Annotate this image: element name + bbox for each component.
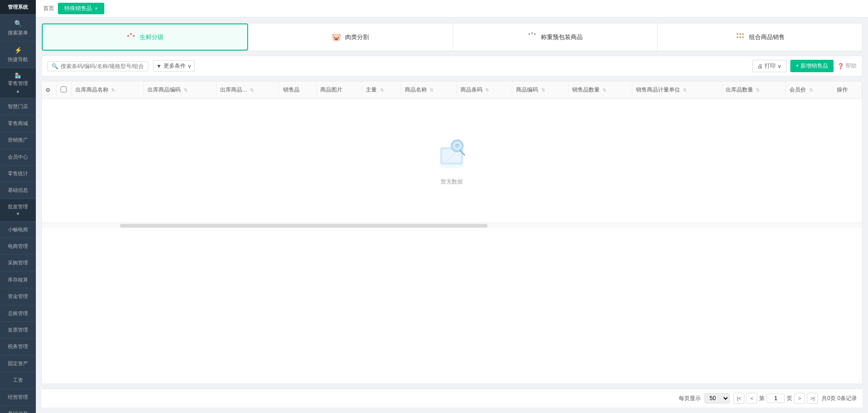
main-area: 首页 特殊销售品 × 生鲜分级 🐷 肉类分割	[36, 0, 868, 413]
last-page-button[interactable]: >|	[807, 393, 818, 404]
col-out-name[interactable]: 出库商品名称 ⇅	[71, 81, 144, 99]
horizontal-scrollbar[interactable]	[42, 223, 862, 228]
cat-tab-fresh-label: 生鲜分级	[140, 33, 164, 41]
sidebar-item-label: 小畅电商	[8, 226, 28, 233]
filter-button[interactable]: ▼ 更多条件 ∨	[153, 60, 195, 72]
tab-close-icon[interactable]: ×	[95, 6, 98, 12]
cat-tab-combo[interactable]: 组合商品销售	[658, 23, 862, 51]
col-image[interactable]: 商品图片	[316, 81, 362, 99]
cat-tab-fresh[interactable]: 生鲜分级	[42, 23, 248, 51]
sidebar-item-promo[interactable]: 营销推广	[0, 132, 36, 149]
sidebar-item-invoice[interactable]: 发票管理	[0, 322, 36, 338]
cat-tab-meat[interactable]: 🐷 肉类分割	[248, 23, 453, 51]
search-box[interactable]: 🔍	[47, 61, 148, 71]
sidebar-item-label: 总账管理	[8, 310, 28, 317]
sidebar-item-label: 采购管理	[8, 259, 28, 266]
col-goods-code[interactable]: 商品编码 ⇅	[512, 81, 568, 99]
sidebar-item-asset[interactable]: 固定资产	[0, 356, 36, 372]
svg-point-6	[737, 33, 738, 35]
sidebar-item-stat[interactable]: 零售统计	[0, 166, 36, 182]
active-tab[interactable]: 特殊销售品 ×	[58, 3, 104, 14]
sidebar-item-search[interactable]: 🔍 搜索菜单	[0, 15, 36, 41]
col-out-code[interactable]: 出库商品编码 ⇅	[144, 81, 216, 99]
prev-page-button[interactable]: <	[746, 393, 757, 404]
home-link[interactable]: 首页	[43, 5, 54, 12]
sidebar-item-biz[interactable]: 经营管理	[0, 389, 36, 406]
sidebar-item-label: 库存核算	[8, 276, 28, 283]
sidebar-item-general[interactable]: 总账管理	[0, 305, 36, 322]
page-label-after: 页	[787, 395, 792, 402]
per-page-select[interactable]: 50 100 200	[704, 393, 730, 403]
table-body: 暂无数据	[42, 99, 862, 223]
sidebar-item-small[interactable]: 小畅电商	[0, 222, 36, 238]
weigh-icon	[527, 31, 537, 43]
data-table-wrapper: ⚙ 出库商品名称 ⇅ 出库商品编码 ⇅ 出库商品... ⇅	[41, 81, 862, 384]
total-label: 共0页 0条记录	[822, 395, 857, 402]
toolbar-right: 🖨 打印 ∨ + 新增销售品 ❓ 帮助	[752, 60, 857, 72]
page-nav: |< < 第 页 > >|	[733, 393, 818, 404]
cat-tab-weigh[interactable]: 称重预包装商品	[453, 23, 658, 51]
sidebar-item-label: 快捷导航	[8, 56, 28, 63]
sort-icon: ⇅	[602, 87, 606, 92]
col-sales-item[interactable]: 销售品	[279, 81, 316, 99]
cat-tab-weigh-label: 称重预包装商品	[541, 33, 583, 41]
svg-point-0	[127, 35, 129, 37]
col-barcode[interactable]: 商品条码 ⇅	[457, 81, 512, 99]
col-out-qty[interactable]: 出库品数量 ⇅	[721, 81, 786, 99]
col-out-spec[interactable]: 出库商品... ⇅	[216, 81, 279, 99]
col-goods-name[interactable]: 商品名称 ⇅	[401, 81, 456, 99]
print-button[interactable]: 🖨 打印 ∨	[752, 60, 787, 72]
sidebar-item-finance[interactable]: 资金管理	[0, 288, 36, 305]
sidebar-item-label: 资金管理	[8, 293, 28, 300]
search-input[interactable]	[61, 63, 144, 69]
sidebar-item-batch[interactable]: 批发管理 ▼	[0, 199, 36, 222]
pagination: 每页显示 50 100 200 |< < 第 页 > >| 共0页 0条记录	[41, 389, 862, 407]
sidebar-item-retail[interactable]: 🏪 零售管理 ▲	[0, 68, 36, 98]
sidebar-item-baseinfo[interactable]: 基础信息	[0, 406, 36, 413]
svg-point-4	[531, 32, 533, 34]
add-product-button[interactable]: + 新增销售品	[790, 60, 834, 72]
next-page-button[interactable]: >	[794, 393, 805, 404]
help-icon: ❓	[837, 63, 844, 69]
sidebar-item-member[interactable]: 会员中心	[0, 149, 36, 166]
col-sales-qty[interactable]: 销售品数量 ⇅	[568, 81, 632, 99]
select-all-checkbox[interactable]	[61, 86, 67, 92]
topbar: 首页 特殊销售品 ×	[36, 0, 868, 17]
sidebar-item-label: 基础信息	[8, 410, 28, 413]
sidebar-item-label: 零售商城	[8, 120, 28, 127]
search-icon: 🔍	[14, 19, 22, 29]
col-main-weight[interactable]: 主量 ⇅	[362, 81, 401, 99]
sidebar-item-purchase[interactable]: 采购管理	[0, 255, 36, 271]
table-header-row: ⚙ 出库商品名称 ⇅ 出库商品编码 ⇅ 出库商品... ⇅	[42, 81, 862, 99]
sidebar-item-stock[interactable]: 库存核算	[0, 272, 36, 288]
col-sales-unit[interactable]: 销售商品计量单位 ⇅	[632, 81, 722, 99]
empty-state: 暂无数据	[42, 99, 862, 223]
sidebar-item-base[interactable]: 基础信息	[0, 182, 36, 199]
col-settings[interactable]: ⚙	[42, 81, 57, 99]
content-area: 生鲜分级 🐷 肉类分割 称重预包装商品	[36, 17, 868, 413]
page-input[interactable]	[766, 394, 785, 403]
sidebar-item-label: 会员中心	[8, 154, 28, 161]
sidebar-item-label: 批发管理	[8, 203, 28, 210]
col-member-price[interactable]: 会员价 ⇅	[786, 81, 833, 99]
sidebar: 管理系统 🔍 搜索菜单 ⚡ 快捷导航 🏪 零售管理 ▲ 智慧门店 零售商城 营销…	[0, 0, 36, 413]
svg-point-17	[457, 146, 458, 148]
scroll-track	[120, 224, 488, 228]
first-page-button[interactable]: |<	[733, 393, 744, 404]
empty-state-row: 暂无数据	[42, 99, 862, 223]
sidebar-item-quick[interactable]: ⚡ 快捷导航	[0, 41, 36, 68]
chevron-down-icon: ▲	[16, 88, 20, 94]
toolbar: 🔍 ▼ 更多条件 ∨ 🖨 打印 ∨ + 新增销售品	[41, 56, 862, 76]
sidebar-item-work[interactable]: 工资	[0, 372, 36, 389]
sidebar-item-ecom[interactable]: 电商管理	[0, 238, 36, 255]
sort-icon: ⇅	[184, 87, 187, 92]
sidebar-item-tax[interactable]: 税务管理	[0, 338, 36, 355]
sidebar-item-shop[interactable]: 智慧门店	[0, 98, 36, 115]
sidebar-item-label: 搜索菜单	[8, 29, 28, 36]
sidebar-item-mall[interactable]: 零售商城	[0, 115, 36, 132]
sidebar-item-label: 零售统计	[8, 170, 28, 177]
sort-icon: ⇅	[250, 87, 254, 92]
col-checkbox[interactable]	[57, 81, 71, 99]
help-button[interactable]: ❓ 帮助	[837, 62, 857, 70]
svg-point-16	[453, 141, 462, 150]
